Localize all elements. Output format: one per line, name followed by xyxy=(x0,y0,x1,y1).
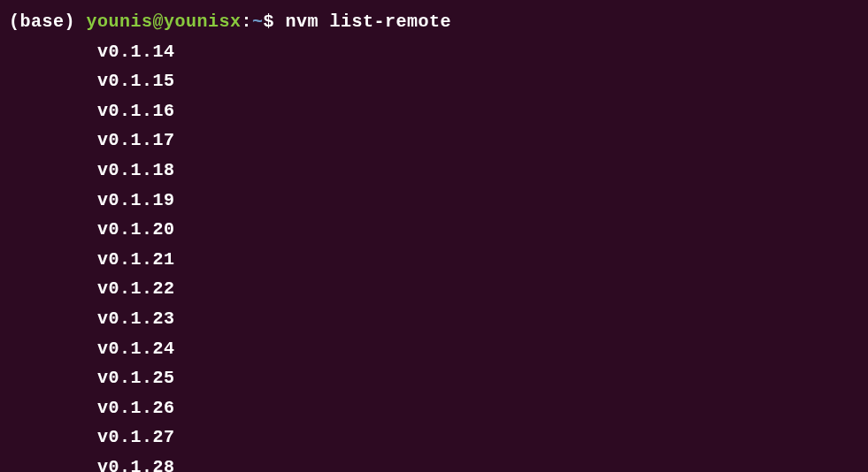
user-host: younis@younisx xyxy=(87,11,242,32)
env-prefix: (base) xyxy=(9,11,87,32)
command-output: v0.1.14 v0.1.15 v0.1.16 v0.1.17 v0.1.18 … xyxy=(9,37,859,472)
command-text: nvm list-remote xyxy=(286,11,452,32)
version-line: v0.1.28 xyxy=(9,453,859,472)
version-line: v0.1.14 xyxy=(9,37,859,67)
version-line: v0.1.26 xyxy=(9,393,859,423)
terminal-prompt-line[interactable]: (base) younis@younisx:~$ nvm list-remote xyxy=(9,7,859,37)
prompt-colon: : xyxy=(242,11,253,32)
version-line: v0.1.18 xyxy=(9,156,859,186)
version-line: v0.1.22 xyxy=(9,274,859,304)
version-line: v0.1.24 xyxy=(9,334,859,364)
version-line: v0.1.15 xyxy=(9,66,859,96)
version-line: v0.1.21 xyxy=(9,245,859,275)
prompt-dollar: $ xyxy=(264,11,286,32)
version-line: v0.1.19 xyxy=(9,186,859,216)
version-line: v0.1.20 xyxy=(9,215,859,245)
version-line: v0.1.17 xyxy=(9,126,859,156)
version-line: v0.1.23 xyxy=(9,304,859,334)
version-line: v0.1.25 xyxy=(9,363,859,393)
version-line: v0.1.27 xyxy=(9,423,859,453)
version-line: v0.1.16 xyxy=(9,96,859,126)
prompt-path: ~ xyxy=(252,11,264,32)
